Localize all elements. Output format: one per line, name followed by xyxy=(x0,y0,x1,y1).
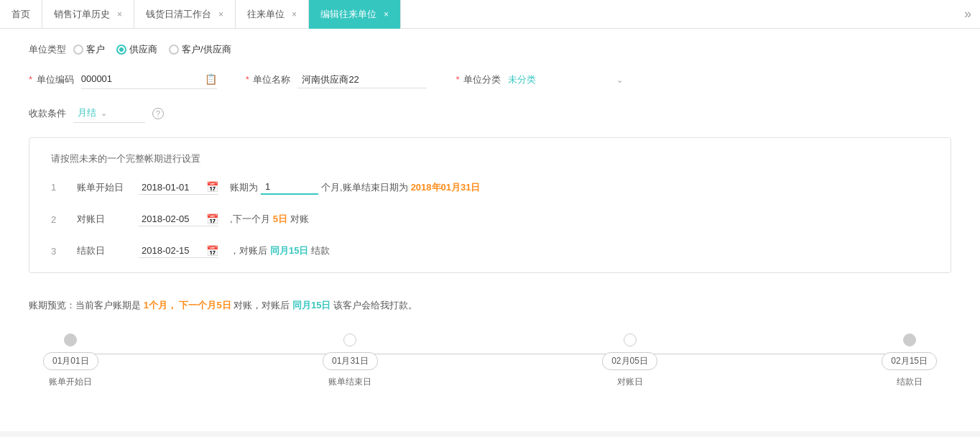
tab-home-label: 首页 xyxy=(11,8,30,21)
payment-terms-group: 收款条件 月结 ⌄ ? xyxy=(29,104,164,123)
timeline-chip-2: 01月31日 xyxy=(323,352,378,370)
tab-partner[interactable]: 往来单位 × xyxy=(236,0,309,29)
preview-text: 账期预览：当前客户账期是 1个月， 下一个月5日 对账，对账后 同月15日 该客… xyxy=(29,299,951,312)
unit-type-row: 单位类型 客户 供应商 客户/供应商 xyxy=(29,43,951,56)
tab-expand-icon[interactable]: » xyxy=(956,6,980,22)
timeline-point-1: 01月01日 账单开始日 xyxy=(43,334,98,388)
payment-terms-select[interactable]: 月结 ⌄ xyxy=(73,104,145,123)
period-title: 请按照未来的一个完整帐期进行设置 xyxy=(51,152,929,165)
radio-customer[interactable]: 客户 xyxy=(73,43,105,56)
tab-sales-order[interactable]: 销售订单历史 × xyxy=(42,0,134,29)
payment-date-input[interactable] xyxy=(139,244,203,257)
timeline-label-1: 账单开始日 xyxy=(49,376,92,388)
tab-edit-close[interactable]: × xyxy=(384,9,389,19)
preview-label: 账期预览：当前客户账期是 xyxy=(29,300,141,310)
radio-circle-supplier xyxy=(116,45,126,55)
tab-sales-label: 销售订单历史 xyxy=(54,8,110,21)
unit-category-value: 未分类 xyxy=(508,73,536,86)
tab-cash-label: 钱货日清工作台 xyxy=(146,8,211,21)
unit-category-dropdown[interactable]: 未分类 ⌄ xyxy=(508,73,623,86)
start-date-cal-icon[interactable]: 📅 xyxy=(206,181,218,193)
reconcile-desc-part1: ,下一个月 xyxy=(230,213,270,226)
help-icon[interactable]: ? xyxy=(152,108,164,119)
timeline-chip-1: 01月01日 xyxy=(43,352,98,370)
unit-category-label: * 单位分类 xyxy=(456,73,501,86)
payment-terms-label: 收款条件 xyxy=(29,107,66,120)
period-desc-suffix: 个月,账单结束日期为 xyxy=(321,181,408,194)
radio-circle-customer xyxy=(73,45,83,55)
radio-circle-both xyxy=(169,45,179,55)
timeline-label-4: 结款日 xyxy=(897,376,923,388)
unit-name-group: * 单位名称 xyxy=(246,71,427,88)
copy-icon[interactable]: 📋 xyxy=(205,73,217,85)
unit-name-input[interactable] xyxy=(297,71,427,88)
period-num-2: 2 xyxy=(51,214,65,225)
reconcile-date-input[interactable] xyxy=(139,212,203,226)
period-desc-1: 账期为 个月,账单结束日期为 2018年01月31日 xyxy=(230,180,480,195)
tab-cash-close[interactable]: × xyxy=(218,9,223,19)
reconcile-date-input-group: 📅 xyxy=(139,212,218,226)
start-date-input[interactable] xyxy=(139,180,203,194)
category-chevron-icon: ⌄ xyxy=(616,75,623,85)
timeline-label-2: 账单结束日 xyxy=(328,376,371,388)
period-months-input[interactable] xyxy=(261,180,318,195)
period-end-date: 2018年01月31日 xyxy=(411,181,481,194)
timeline-chip-4: 02月15日 xyxy=(882,352,937,370)
period-desc-3: ，对账后 同月15日 结款 xyxy=(230,244,330,257)
preview-part1: 1个月， xyxy=(144,300,177,310)
payment-terms-row: 收款条件 月结 ⌄ ? xyxy=(29,104,951,123)
timeline-dot-1 xyxy=(64,334,77,346)
code-name-row: * 单位编码 📋 * 单位名称 * 单位分类 未分类 ⌄ xyxy=(29,70,951,89)
radio-both[interactable]: 客户/供应商 xyxy=(169,43,231,56)
unit-type-label: 单位类型 xyxy=(29,43,66,56)
start-date-input-group: 📅 xyxy=(139,180,218,195)
timeline-dot-3 xyxy=(624,334,637,346)
tab-partner-label: 往来单位 xyxy=(247,8,285,21)
radio-group: 客户 供应商 客户/供应商 xyxy=(73,43,231,56)
tab-partner-close[interactable]: × xyxy=(292,9,297,19)
radio-customer-label: 客户 xyxy=(86,43,105,56)
payment-desc-part1: ，对账后 xyxy=(230,244,267,257)
period-label-3: 结款日 xyxy=(77,244,127,257)
payment-date-cal-icon[interactable]: 📅 xyxy=(206,245,218,257)
timeline-point-4: 02月15日 结款日 xyxy=(882,334,937,388)
tab-cash-work[interactable]: 钱货日清工作台 × xyxy=(134,0,236,29)
required-star-name: * xyxy=(246,74,249,85)
reconcile-date-cal-icon[interactable]: 📅 xyxy=(206,213,218,225)
period-row-1: 1 账单开始日 📅 账期为 个月,账单结束日期为 2018年01月31日 xyxy=(51,180,929,195)
payment-terms-value: 月结 xyxy=(78,106,96,119)
timeline-point-3: 02月05日 对账日 xyxy=(602,334,657,388)
timeline-points: 01月01日 账单开始日 01月31日 账单结束日 02月05日 对账日 02月… xyxy=(43,334,937,388)
timeline-container: 01月01日 账单开始日 01月31日 账单结束日 02月05日 对账日 02月… xyxy=(29,334,951,388)
terms-chevron-icon: ⌄ xyxy=(101,109,107,118)
period-num-1: 1 xyxy=(51,182,65,193)
radio-supplier-label: 供应商 xyxy=(129,43,157,56)
period-row-2: 2 对账日 📅 ,下一个月 5日 对账 xyxy=(51,212,929,226)
unit-code-input[interactable] xyxy=(81,70,205,87)
unit-category-group: * 单位分类 未分类 ⌄ xyxy=(456,73,623,86)
reconcile-desc-part2: 对账 xyxy=(290,213,309,226)
unit-code-group: * 单位编码 📋 xyxy=(29,70,217,89)
main-content: 单位类型 客户 供应商 客户/供应商 * 单位编码 xyxy=(0,29,980,431)
preview-part4: 同月15日 xyxy=(292,300,330,310)
tab-home[interactable]: 首页 xyxy=(0,0,42,29)
radio-supplier[interactable]: 供应商 xyxy=(116,43,157,56)
timeline-label-3: 对账日 xyxy=(617,376,643,388)
payment-desc-part2: 结款 xyxy=(311,244,330,257)
period-label-1: 账单开始日 xyxy=(77,181,127,194)
preview-section: 账期预览：当前客户账期是 1个月， 下一个月5日 对账，对账后 同月15日 该客… xyxy=(29,288,951,388)
tab-edit-partner[interactable]: 编辑往来单位 × xyxy=(309,0,401,29)
unit-code-input-wrapper: 📋 xyxy=(81,70,217,89)
payment-date-input-group: 📅 xyxy=(139,244,218,258)
period-box: 请按照未来的一个完整帐期进行设置 1 账单开始日 📅 账期为 个月,账单结束日期… xyxy=(29,137,951,273)
timeline-dot-2 xyxy=(343,334,356,346)
timeline-chip-3: 02月05日 xyxy=(602,352,657,370)
timeline-point-2: 01月31日 账单结束日 xyxy=(323,334,378,388)
period-desc-prefix: 账期为 xyxy=(230,181,258,194)
tab-sales-close[interactable]: × xyxy=(117,9,122,19)
unit-type-group: 单位类型 客户 供应商 客户/供应商 xyxy=(29,43,231,56)
preview-part2: 下一个月5日 xyxy=(179,300,231,310)
tab-edit-label: 编辑往来单位 xyxy=(320,8,376,21)
reconcile-highlight1: 5日 xyxy=(273,213,287,226)
preview-part5: 该客户会给我打款。 xyxy=(333,300,417,310)
